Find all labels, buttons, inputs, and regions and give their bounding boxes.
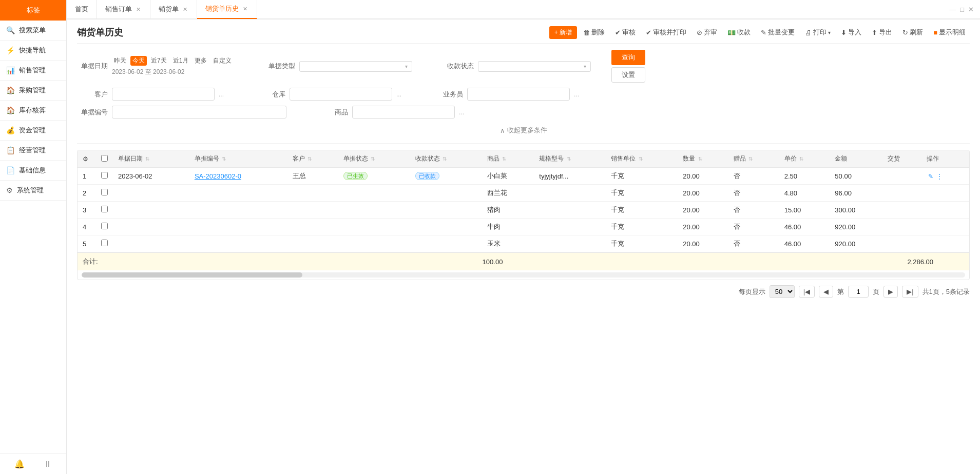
horizontal-scrollbar[interactable] [82, 272, 965, 278]
row-select-checkbox[interactable] [101, 240, 108, 246]
row-doc-no[interactable]: SA-20230602-0 [189, 168, 287, 185]
doc-type-select[interactable]: ▾ [299, 61, 412, 72]
close-sales-goods-tab[interactable]: ✕ [182, 6, 188, 13]
close-app-btn[interactable]: ✕ [968, 6, 974, 13]
maximize-window-btn[interactable]: □ [960, 6, 964, 13]
col-price[interactable]: 单价 ⇅ [779, 150, 830, 168]
page-number-input[interactable] [848, 286, 869, 298]
row-customer: 王总 [287, 168, 338, 185]
date-tab-yesterday[interactable]: 昨天 [112, 56, 128, 66]
sidebar-top-label[interactable]: 标签 [0, 0, 66, 21]
close-window-btn[interactable]: — [949, 6, 956, 13]
print-btn[interactable]: 🖨 打印 ▾ [801, 26, 835, 39]
col-doc-no[interactable]: 单据编号 ⇅ [189, 150, 287, 168]
select-all-checkbox[interactable] [101, 155, 108, 162]
abandon-btn[interactable]: ⊘ 弃审 [693, 26, 721, 39]
col-pay-status[interactable]: 收款状态 ⇅ [410, 150, 482, 168]
sidebar-item-sys-mgmt[interactable]: ⚙ 系统管理 [0, 181, 66, 201]
warehouse-input[interactable] [290, 88, 392, 101]
tab-sales-goods[interactable]: 销货单 ✕ [150, 0, 197, 19]
batch-change-btn[interactable]: ✎ 批量变更 [757, 26, 799, 39]
sidebar-item-capital-mgmt[interactable]: 💰 资金管理 [0, 121, 66, 141]
query-btn[interactable]: 查询 [611, 50, 645, 65]
date-tab-today[interactable]: 今天 [130, 56, 147, 66]
goods-input[interactable] [352, 106, 455, 118]
col-qty[interactable]: 数量 ⇅ [678, 150, 728, 168]
import-btn[interactable]: ⬇ 导入 [837, 26, 866, 39]
sidebar-item-basic-info[interactable]: 📄 基础信息 [0, 161, 66, 181]
sidebar-item-inventory[interactable]: 🏠 库存核算 [0, 101, 66, 121]
sidebar-item-business-mgmt[interactable]: 📋 经营管理 [0, 141, 66, 161]
doc-no-input[interactable] [112, 106, 286, 118]
col-spec[interactable]: 规格型号 ⇅ [534, 150, 606, 168]
sidebar-item-quick-nav[interactable]: ⚡ 快捷导航 [0, 41, 66, 61]
row-checkbox[interactable] [96, 219, 113, 235]
col-customer[interactable]: 客户 ⇅ [287, 150, 338, 168]
col-settings[interactable]: ⚙ [78, 150, 96, 168]
page-title: 销货单历史 [77, 26, 123, 38]
more-action-btn[interactable]: ⋮ [936, 173, 943, 180]
doc-no-link[interactable]: SA-20230602-0 [195, 172, 241, 180]
date-tab-7days[interactable]: 近7天 [149, 56, 169, 66]
row-checkbox[interactable] [96, 168, 113, 185]
row-doc-no[interactable] [189, 185, 287, 202]
row-doc-no[interactable] [189, 202, 287, 219]
tab-sales-order[interactable]: 销售订单 ✕ [97, 0, 150, 19]
row-select-checkbox[interactable] [101, 206, 108, 212]
customer-ellipsis[interactable]: ... [219, 91, 224, 98]
warehouse-ellipsis[interactable]: ... [396, 91, 401, 98]
edit-action-btn[interactable]: ✎ [928, 173, 933, 180]
tab-sales-history[interactable]: 销货单历史 ✕ [197, 0, 257, 19]
agent-ellipsis[interactable]: ... [574, 91, 579, 98]
row-checkbox[interactable] [96, 185, 113, 202]
settings-icon: ⚙ [6, 186, 13, 194]
table-row: 5玉米千克20.00否46.00920.00 [78, 235, 969, 252]
row-pay-status [410, 202, 482, 219]
date-tab-1month[interactable]: 近1月 [171, 56, 191, 66]
col-doc-status[interactable]: 单据状态 ⇅ [338, 150, 410, 168]
footer-total-amount: 2,286.00 [861, 258, 964, 266]
row-checkbox[interactable] [96, 235, 113, 252]
next-page-btn[interactable]: ▶ [883, 286, 898, 298]
col-date[interactable]: 单据日期 ⇅ [113, 150, 189, 168]
filter-settings-btn[interactable]: 设置 [611, 67, 645, 83]
prev-page-btn[interactable]: ◀ [819, 286, 833, 298]
tab-home[interactable]: 首页 [67, 0, 97, 19]
refresh-btn[interactable]: ↻ 刷新 [898, 26, 927, 39]
col-gift[interactable]: 赠品 ⇅ [728, 150, 779, 168]
col-unit[interactable]: 销售单位 ⇅ [606, 150, 678, 168]
sidebar-item-sales-mgmt[interactable]: 📊 销售管理 [0, 61, 66, 81]
date-tab-more[interactable]: 更多 [193, 56, 209, 66]
delete-btn[interactable]: 🗑 删除 [579, 26, 609, 39]
customer-input[interactable] [112, 88, 215, 101]
row-select-checkbox[interactable] [101, 189, 108, 195]
close-sales-order-tab[interactable]: ✕ [135, 6, 142, 13]
show-detail-btn[interactable]: ■ 显示明细 [929, 26, 970, 39]
new-btn[interactable]: + 新增 [549, 26, 577, 39]
row-amount: 96.00 [830, 185, 882, 202]
per-page-select[interactable]: 50 [770, 285, 795, 298]
sidebar-bottom-icon2[interactable]: ⏸ [44, 460, 52, 469]
audit-btn[interactable]: ✔ 审核 [611, 26, 640, 39]
first-page-btn[interactable]: |◀ [799, 286, 815, 298]
pay-status-select[interactable]: ▾ [478, 61, 591, 72]
sidebar-bottom-icon1[interactable]: 🔔 [14, 459, 25, 469]
sidebar-item-purchase-mgmt[interactable]: 🏠 采购管理 [0, 81, 66, 101]
row-doc-no[interactable] [189, 219, 287, 235]
agent-input[interactable] [467, 88, 570, 101]
row-select-checkbox[interactable] [101, 172, 108, 179]
row-select-checkbox[interactable] [101, 223, 108, 229]
goods-ellipsis[interactable]: ... [459, 109, 464, 116]
row-checkbox[interactable] [96, 202, 113, 219]
audit-print-btn[interactable]: ✔ 审核并打印 [642, 26, 690, 39]
data-table: ⚙ 单据日期 ⇅ 单据编号 ⇅ 客户 ⇅ 单据状态 ⇅ 收款状态 ⇅ 商品 ⇅ … [78, 150, 969, 252]
close-sales-history-tab[interactable]: ✕ [242, 6, 248, 12]
last-page-btn[interactable]: ▶| [902, 286, 918, 298]
col-goods[interactable]: 商品 ⇅ [482, 150, 534, 168]
row-doc-no[interactable] [189, 235, 287, 252]
sidebar-item-search[interactable]: 🔍 搜索菜单 [0, 21, 66, 41]
export-btn[interactable]: ⬆ 导出 [868, 26, 896, 39]
collect-btn[interactable]: 💵 收款 [723, 26, 755, 39]
date-tab-custom[interactable]: 自定义 [211, 56, 234, 66]
collapse-btn[interactable]: ∧ 收起更多条件 [77, 124, 970, 137]
